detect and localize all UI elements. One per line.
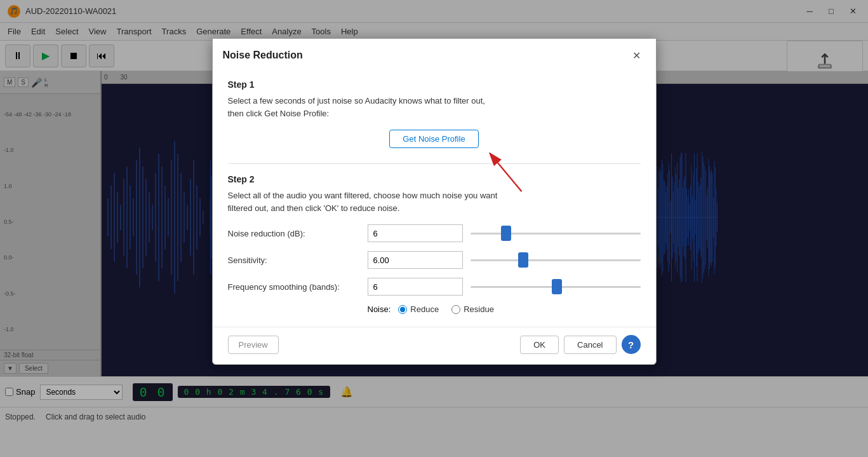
freq-smoothing-slider-container bbox=[471, 280, 641, 293]
sensitivity-slider-track bbox=[471, 259, 641, 261]
step-divider bbox=[228, 163, 641, 164]
cancel-button[interactable]: Cancel bbox=[564, 336, 616, 354]
noise-reduction-row: Noise reduction (dB): bbox=[228, 224, 641, 242]
preview-button[interactable]: Preview bbox=[228, 336, 279, 354]
noise-reduction-slider-thumb[interactable] bbox=[501, 226, 511, 241]
freq-smoothing-label: Frequency smoothing (bands): bbox=[228, 282, 368, 292]
sensitivity-slider-container bbox=[471, 254, 641, 266]
modal-overlay: Noise Reduction ✕ Step 1 Select a few se… bbox=[0, 0, 868, 457]
freq-smoothing-slider-thumb[interactable] bbox=[552, 279, 562, 294]
noise-reduction-dialog: Noise Reduction ✕ Step 1 Select a few se… bbox=[212, 38, 657, 365]
noise-reduction-slider-container bbox=[471, 227, 641, 240]
help-button[interactable]: ? bbox=[622, 335, 641, 354]
dialog-titlebar: Noise Reduction ✕ bbox=[213, 39, 656, 69]
noise-reduction-label: Noise reduction (dB): bbox=[228, 229, 368, 238]
freq-smoothing-input[interactable] bbox=[368, 278, 463, 296]
noise-type-row: Noise: Reduce Residue bbox=[228, 304, 641, 314]
noise-reduction-input[interactable] bbox=[368, 224, 463, 242]
reduce-radio-label[interactable]: Reduce bbox=[398, 304, 439, 314]
sensitivity-slider-thumb[interactable] bbox=[518, 252, 528, 268]
svg-line-36 bbox=[498, 163, 522, 191]
get-noise-profile-container: Get Noise Profile bbox=[228, 130, 641, 148]
sensitivity-input[interactable] bbox=[368, 251, 463, 269]
residue-radio[interactable] bbox=[451, 305, 460, 314]
step2-desc: Select all of the audio you want filtere… bbox=[228, 189, 641, 214]
dialog-footer: Preview OK Cancel ? bbox=[213, 327, 656, 364]
get-noise-profile-button[interactable]: Get Noise Profile bbox=[389, 130, 478, 148]
step1-desc: Select a few seconds of just noise so Au… bbox=[228, 95, 641, 119]
reduce-radio[interactable] bbox=[398, 305, 407, 314]
freq-smoothing-row: Frequency smoothing (bands): bbox=[228, 278, 641, 296]
noise-label: Noise: bbox=[368, 304, 391, 314]
noise-reduction-slider-track bbox=[471, 233, 641, 235]
freq-smoothing-slider-track bbox=[471, 286, 641, 288]
sensitivity-row: Sensitivity: bbox=[228, 251, 641, 269]
dialog-close-button[interactable]: ✕ bbox=[628, 46, 646, 64]
residue-label-text: Residue bbox=[464, 304, 494, 314]
residue-radio-label[interactable]: Residue bbox=[451, 304, 494, 314]
ok-button[interactable]: OK bbox=[520, 336, 559, 354]
dialog-title: Noise Reduction bbox=[223, 50, 303, 61]
red-arrow-annotation bbox=[488, 153, 526, 197]
reduce-label-text: Reduce bbox=[410, 304, 439, 314]
step2-header: Step 2 bbox=[228, 174, 641, 184]
step1-header: Step 1 bbox=[228, 79, 641, 90]
dialog-body: Step 1 Select a few seconds of just nois… bbox=[213, 69, 656, 327]
sensitivity-label: Sensitivity: bbox=[228, 256, 368, 265]
